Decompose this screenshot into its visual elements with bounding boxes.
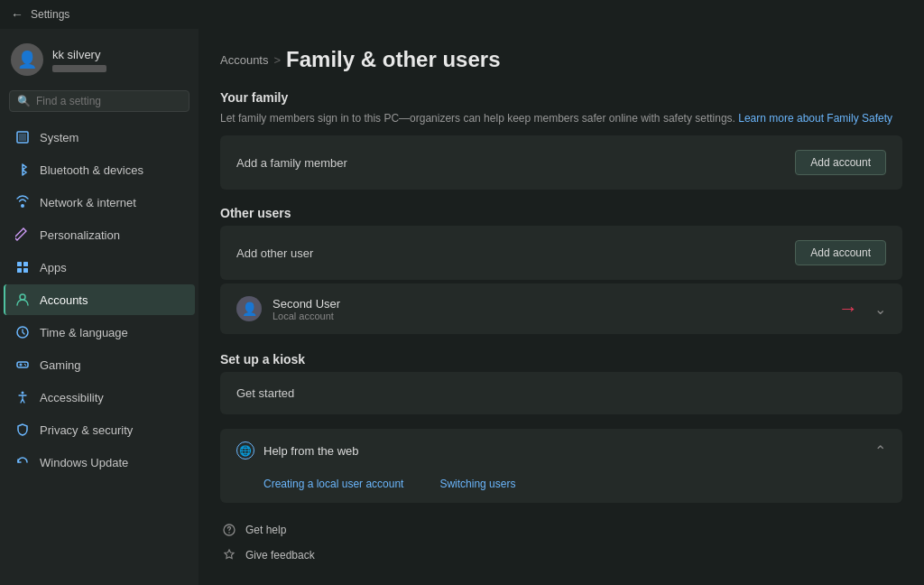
your-family-section: Your family Let family members sign in t… — [220, 90, 902, 190]
get-help-icon — [220, 521, 238, 539]
avatar: 👤 — [11, 43, 43, 76]
user-info: kk silvery — [52, 48, 106, 72]
sidebar-item-label: Apps — [40, 261, 67, 274]
your-family-label: Your family — [220, 90, 902, 105]
user-name: kk silvery — [52, 48, 106, 61]
help-link-local-account[interactable]: Creating a local user account — [263, 478, 403, 490]
second-user-row[interactable]: 👤 Second User Local account → ⌄ — [220, 283, 902, 334]
second-user-name: Second User — [273, 297, 340, 311]
get-help-action[interactable]: Get help — [220, 521, 902, 539]
kiosk-label: Set up a kiosk — [220, 352, 902, 367]
learn-more-link[interactable]: Learn more about Family Safety — [738, 112, 892, 125]
help-header[interactable]: 🌐 Help from the web ⌃ — [220, 429, 902, 472]
svg-point-11 — [22, 392, 24, 395]
sidebar-item-label: Personalization — [40, 228, 120, 242]
chevron-up-icon: ⌃ — [874, 442, 886, 460]
clock-icon — [14, 324, 31, 340]
accounts-icon — [14, 292, 31, 308]
network-icon — [14, 194, 31, 210]
help-links: Creating a local user account Switching … — [220, 472, 902, 503]
sidebar-user-section: 👤 kk silvery — [0, 29, 199, 85]
second-user-info: Second User Local account — [273, 297, 340, 321]
sidebar-item-gaming[interactable]: Gaming — [4, 349, 195, 380]
sidebar-item-label: Gaming — [40, 358, 81, 372]
second-user-avatar: 👤 — [236, 296, 262, 321]
give-feedback-icon — [220, 546, 238, 564]
your-family-desc: Let family members sign in to this PC—or… — [220, 110, 902, 126]
sidebar-item-privacy[interactable]: Privacy & security — [4, 414, 195, 445]
help-icon: 🌐 — [236, 441, 254, 460]
svg-point-10 — [25, 365, 26, 366]
search-icon: 🔍 — [17, 95, 31, 107]
give-feedback-action[interactable]: Give feedback — [220, 546, 902, 564]
titlebar-title: Settings — [31, 8, 69, 21]
sidebar-item-update[interactable]: Windows Update — [4, 447, 195, 478]
add-other-user-button[interactable]: Add account — [795, 240, 886, 265]
sidebar-item-accounts[interactable]: Accounts — [4, 284, 195, 315]
add-other-user-card: Add other user Add account — [220, 226, 902, 280]
give-feedback-label: Give feedback — [245, 549, 315, 562]
get-help-label: Get help — [245, 524, 286, 536]
accessibility-icon — [14, 389, 31, 405]
second-user-type: Local account — [273, 311, 340, 321]
svg-rect-3 — [23, 262, 28, 266]
sidebar-item-label: Windows Update — [40, 456, 128, 469]
help-title: Help from the web — [263, 444, 359, 458]
sidebar-item-network[interactable]: Network & internet — [4, 187, 195, 218]
breadcrumb-accounts[interactable]: Accounts — [220, 53, 268, 67]
add-family-label: Add a family member — [236, 156, 347, 170]
help-section: 🌐 Help from the web ⌃ Creating a local u… — [220, 429, 902, 503]
sidebar-item-accessibility[interactable]: Accessibility — [4, 382, 195, 413]
breadcrumb-separator: > — [273, 53, 281, 67]
svg-rect-2 — [17, 262, 22, 266]
back-button[interactable]: ← — [11, 7, 23, 22]
sidebar-item-personalization[interactable]: Personalization — [4, 219, 195, 250]
svg-point-9 — [24, 364, 25, 365]
other-users-section: Other users Add other user Add account 👤… — [220, 206, 902, 334]
red-arrow-icon: → — [838, 297, 858, 320]
bluetooth-icon — [14, 162, 31, 178]
chevron-down-icon: ⌄ — [874, 301, 886, 318]
search-input[interactable] — [36, 95, 181, 107]
kiosk-section: Set up a kiosk Get started — [220, 352, 902, 414]
kiosk-card: Get started — [220, 372, 902, 414]
help-header-left: 🌐 Help from the web — [236, 441, 359, 460]
system-icon — [14, 129, 31, 145]
svg-rect-5 — [23, 268, 28, 273]
breadcrumb: Accounts > Family & other users — [220, 47, 902, 72]
privacy-icon — [14, 422, 31, 438]
sidebar-item-label: Accounts — [40, 293, 88, 307]
sidebar-item-bluetooth[interactable]: Bluetooth & devices — [4, 154, 195, 185]
sidebar-item-apps[interactable]: Apps — [4, 252, 195, 283]
page-title: Family & other users — [286, 47, 500, 72]
sidebar-item-label: System — [40, 131, 79, 144]
svg-point-13 — [228, 532, 230, 534]
sidebar-item-label: Network & internet — [40, 196, 136, 209]
sidebar-item-label: Accessibility — [40, 391, 104, 404]
add-family-button[interactable]: Add account — [795, 150, 886, 175]
sidebar-item-label: Bluetooth & devices — [40, 163, 143, 177]
personalization-icon — [14, 227, 31, 243]
titlebar: ← Settings — [0, 0, 924, 29]
user-bar-decoration — [52, 65, 106, 72]
apps-icon — [14, 259, 31, 275]
help-link-switching-users[interactable]: Switching users — [439, 478, 515, 490]
search-box[interactable]: 🔍 — [9, 90, 189, 112]
sidebar-item-label: Privacy & security — [40, 423, 133, 437]
svg-rect-8 — [17, 362, 28, 367]
second-user-left: 👤 Second User Local account — [236, 296, 340, 321]
add-family-card: Add a family member Add account — [220, 135, 902, 190]
other-users-label: Other users — [220, 206, 902, 220]
sidebar: 👤 kk silvery 🔍 System Bluetooth & device… — [0, 29, 199, 585]
gaming-icon — [14, 357, 31, 373]
add-other-user-label: Add other user — [236, 246, 313, 260]
svg-point-6 — [20, 294, 25, 300]
svg-rect-4 — [17, 268, 22, 273]
sidebar-item-system[interactable]: System — [4, 122, 195, 153]
arrow-indicator: → ⌄ — [838, 297, 886, 320]
sidebar-item-label: Time & language — [40, 326, 128, 339]
svg-rect-1 — [19, 134, 26, 141]
get-started-label: Get started — [236, 386, 294, 400]
sidebar-item-time[interactable]: Time & language — [4, 317, 195, 348]
update-icon — [14, 454, 31, 470]
